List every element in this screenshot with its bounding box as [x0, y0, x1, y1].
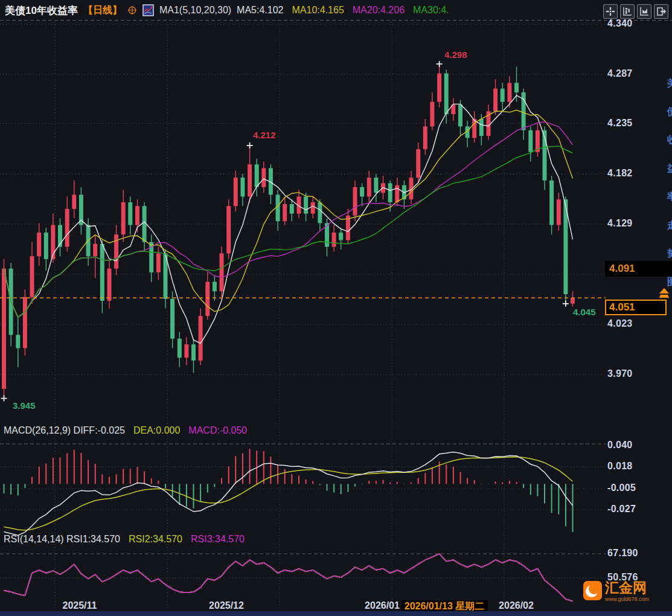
ma-value-label: MA20:4.206	[353, 5, 405, 16]
macd-header-label: MACD:-0.050	[188, 425, 247, 436]
watermark-logo-icon	[583, 581, 602, 603]
macd-header-label: MACD(26,12,9) DIFF:-0.025	[4, 425, 125, 436]
clipped-glyph: 收	[667, 134, 672, 147]
price-axis-label: 3.970	[607, 368, 668, 379]
time-axis-label: 2025/11	[63, 600, 97, 611]
clipped-glyph: 益	[667, 162, 672, 175]
rsi-header: RSI(14,14,14) RSI1:34.570RSI2:34.570RSI3…	[4, 534, 245, 545]
rsi-header-label: RSI2:34.570	[129, 534, 182, 545]
watermark: 汇金网 www.gold678.com	[583, 581, 649, 603]
mini-kline-icon[interactable]	[142, 4, 154, 16]
macd-axis-label: -0.005	[607, 483, 668, 493]
clipped-glyph: 债	[667, 106, 672, 118]
price-axis-label: 4.129	[607, 218, 668, 229]
right-edge-clipped-panel: 美债收益率走势图	[667, 21, 672, 609]
price-axis-label: 4.287	[607, 68, 668, 79]
rsi-header-label: RSI3:34.570	[191, 534, 245, 545]
ma-value-label: MA30:4.	[413, 5, 449, 16]
time-axis-label: 2026/01	[365, 600, 400, 611]
clipped-glyph: 率	[667, 191, 672, 204]
expand-circle-icon[interactable]	[127, 5, 137, 15]
ma-settings-label: MA1(5,10,20,30)	[159, 5, 231, 16]
rsi-axis-label: 67.190	[607, 548, 668, 559]
price-axis-label: 4.023	[607, 318, 668, 329]
marker-price-label: 4.212	[253, 130, 276, 140]
macd-header: MACD(26,12,9) DIFF:-0.025DEA:0.000MACD:-…	[4, 425, 247, 436]
macd-axis-label: -0.027	[607, 504, 668, 515]
watermark-url: www.gold678.com	[605, 596, 649, 602]
grid-layout-icon[interactable]	[603, 4, 618, 19]
ma-value-label: MA10:4.165	[292, 5, 344, 16]
pane-chart-icon[interactable]	[620, 4, 635, 19]
marker-price-label: 3.945	[13, 400, 36, 411]
price-axis-label: 4.235	[607, 118, 668, 129]
ma-value-label: MA5:4.102	[237, 5, 283, 16]
pane-indicator-icon[interactable]	[637, 4, 651, 19]
time-axis-label: 2026/02	[499, 600, 534, 611]
clipped-glyph: 美	[667, 77, 672, 90]
price-axis-label: 4.340	[607, 18, 668, 29]
macd-axis-label: 0.040	[607, 440, 668, 451]
price-axis-label: 4.182	[607, 168, 668, 179]
clipped-glyph: 走	[667, 219, 672, 232]
marker-price-label: 4.045	[573, 307, 596, 317]
taskbar-strip	[0, 611, 672, 616]
price-up-arrow-icon	[658, 287, 671, 302]
watermark-site-name: 汇金网	[605, 581, 649, 595]
exit-pane-icon[interactable]	[654, 4, 668, 19]
chart-toolbar	[603, 4, 668, 19]
candlestick-chart[interactable]	[0, 0, 672, 616]
reference-price-badge: 4.091	[605, 261, 672, 277]
clipped-glyph: 图	[667, 276, 672, 289]
clipped-glyph: 势	[667, 248, 672, 260]
rsi-header-label: RSI(14,14,14) RSI1:34.570	[4, 534, 120, 545]
symbol-title: 美债10年收益率	[5, 4, 78, 18]
macd-header-label: DEA:0.000	[133, 425, 180, 436]
marker-price-label: 4.298	[444, 50, 467, 60]
trading-chart-page: { "header": { "title": "美债10年收益率", "peri…	[0, 0, 672, 616]
ma-values: MA5:4.102MA10:4.165MA20:4.206MA30:4.	[237, 5, 449, 16]
chart-header: 美债10年收益率 【日线】 MA1(5,10,20,30) MA5:4.102M…	[5, 0, 449, 21]
period-tag[interactable]: 【日线】	[83, 4, 122, 17]
macd-axis-label: 0.018	[607, 461, 668, 472]
time-axis-label: 2025/12	[209, 600, 244, 611]
